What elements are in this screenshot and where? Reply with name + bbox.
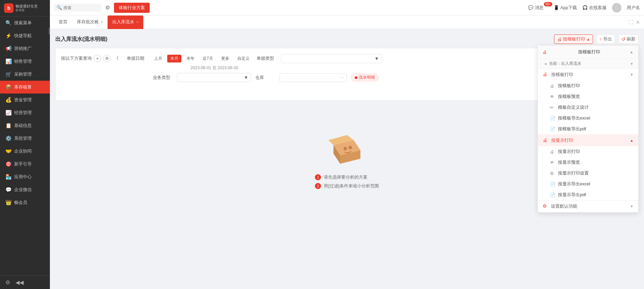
date-tab-7days[interactable]: 近7天 [200, 55, 216, 62]
sidebar-item-system[interactable]: ⚙️ 系统管理 [0, 132, 50, 145]
svg-point-4 [344, 147, 347, 150]
template-print-section-header[interactable]: 🖨 按模板打印 ▼ [538, 69, 638, 80]
collapse-icon[interactable]: ◀◀ [16, 279, 24, 286]
print-template-button[interactable]: 🖨 按模板打印 ▲ [554, 34, 593, 44]
sidebar-item-marketing[interactable]: 📢 营销推广 [0, 42, 50, 55]
settings-icon[interactable]: ⚙ [5, 279, 10, 286]
date-tab-this-year[interactable]: 本年 [183, 55, 198, 62]
industry-solution-button[interactable]: 体验行业方案 [114, 3, 150, 13]
money-icon: 💰 [5, 97, 11, 103]
filter-collapse-button[interactable]: 《 [113, 55, 120, 62]
topbar-right: 💬 消息 99+ 📱 App下载 🎧 在线客服 用户名 [528, 3, 640, 12]
search-small-icon: 🔍 [57, 5, 62, 10]
default-section-chevron: ▼ [630, 204, 634, 208]
export-button[interactable]: ↑ 导出 [596, 34, 615, 44]
sidebar-item-collab[interactable]: 🤝 企业协同 [0, 145, 50, 158]
item-display-excel-icon: 📄 [550, 182, 555, 187]
tab-maximize-icon[interactable]: ⛶ [628, 20, 633, 25]
dropdown-item-template-preview[interactable]: 👁 按模板预览 [538, 91, 638, 102]
online-service-button[interactable]: 🎧 在线客服 [582, 5, 607, 11]
dropdown-item-display-excel[interactable]: 📄 按显示导出excel [538, 179, 638, 189]
tab-batch[interactable]: 库存批次账 × [72, 16, 108, 29]
date-tab-last-month[interactable]: 上月 [151, 55, 165, 62]
tab-batch-close[interactable]: × [101, 20, 103, 24]
sidebar-item-appstore[interactable]: 🏪 应用中心 [0, 170, 50, 183]
page-title: 出入库流水(流水明细) [55, 36, 108, 43]
sidebar: b 畅捷通好生意 标准版 🔍 搜索菜单 ⚡ 快捷导航 📢 营销推广 📊 销售管理… [0, 0, 50, 289]
dropdown-printer-icon: 🖨 [543, 50, 547, 55]
filter-tag-dot [355, 76, 357, 79]
dropdown-item-display-settings[interactable]: ⚙ 按显示打印设置 [538, 168, 638, 179]
sidebar-item-guide[interactable]: 🎯 新手引导 [0, 158, 50, 170]
warehouse-select[interactable]: ··· [280, 73, 347, 82]
date-tab-this-month[interactable]: 本月 [167, 55, 181, 62]
tab-close-all-icon[interactable]: ✕ [636, 20, 640, 25]
chart-icon: 📊 [5, 58, 11, 64]
message-button[interactable]: 💬 消息 99+ [528, 5, 548, 11]
display-print-section-header[interactable]: 🖨 按显示打印 ▲ [538, 135, 638, 146]
sidebar-item-sales[interactable]: 📊 销售管理 [0, 55, 50, 68]
default-gear-icon: ⚙ [543, 203, 547, 209]
sidebar-item-search[interactable]: 🔍 搜索菜单 [0, 17, 50, 29]
step-2-num: 2 [315, 183, 321, 189]
refresh-button[interactable]: ↺ 刷新 [618, 34, 639, 44]
display-print-section: 🖨 按显示打印 ▲ 🖨 按显示打印 👁 按显示预览 [538, 135, 638, 201]
user-avatar[interactable] [612, 3, 621, 12]
current-chevron-icon: ▼ [630, 62, 634, 66]
topbar-gear-icon[interactable]: ⚙ [104, 3, 111, 12]
dropdown-item-template-excel[interactable]: 📄 按模板导出excel [538, 113, 638, 124]
sidebar-item-finance[interactable]: 💰 资金管理 [0, 94, 50, 106]
item-excel-icon: 📄 [550, 116, 555, 121]
user-name: 用户名 [627, 5, 640, 11]
current-indicator-icon: ● [545, 61, 547, 66]
tab-home[interactable]: 首页 [54, 16, 72, 29]
sidebar-item-member[interactable]: 👑 畅会员 [0, 196, 50, 209]
search-input[interactable] [63, 5, 97, 10]
tabs-bar: 首页 库存批次账 × 出入库流水 × ⛶ ✕ [50, 16, 644, 29]
tab-flow-close[interactable]: × [136, 20, 138, 24]
app-download-button[interactable]: 📱 App下载 [554, 5, 577, 11]
sidebar-nav: 🔍 搜索菜单 ⚡ 快捷导航 📢 营销推广 📊 销售管理 🛒 采购管理 📦 库存核… [0, 17, 50, 275]
date-label: 单据日期 [127, 55, 147, 61]
gear-icon: ⚙️ [5, 135, 11, 141]
dropdown-item-display-pdf[interactable]: 📄 按显示导出pdf [538, 189, 638, 200]
empty-box-svg [327, 132, 367, 169]
topbar-search-box[interactable]: 🔍 [54, 4, 101, 11]
dropdown-item-display-print[interactable]: 🖨 按显示打印 [538, 146, 638, 157]
dropdown-item-template-print[interactable]: 🖨 按模板打印 [538, 80, 638, 91]
warehouse-select-area: ··· [280, 73, 347, 82]
dropdown-item-template-design[interactable]: ✏ 模板自定义设计 [538, 102, 638, 113]
sidebar-item-wechat[interactable]: 💬 企业微信 [0, 183, 50, 196]
biz-type-select[interactable]: ▼ [177, 73, 251, 82]
doc-type-select[interactable]: ▼ [281, 54, 382, 63]
tab-flow[interactable]: 出入库流水 × [108, 16, 143, 29]
date-tab-more[interactable]: 更多 [218, 55, 232, 62]
sidebar-item-shortcut[interactable]: ⚡ 快捷导航 [0, 29, 50, 42]
dropdown-item-template-pdf[interactable]: 📄 按模板导出pdf [538, 124, 638, 134]
item-printer-icon: 🖨 [550, 83, 555, 88]
item-display-preview-icon: 👁 [550, 160, 555, 165]
set-default-section-header[interactable]: ⚙ 设置默认功能 ▼ [538, 201, 638, 212]
dropdown-collapse-icon[interactable]: ▲ [630, 50, 634, 54]
sidebar-logo: b 畅捷通好生意 标准版 [0, 0, 50, 17]
sidebar-item-operation[interactable]: 📈 经营管理 [0, 106, 50, 119]
refresh-icon: ↺ [621, 36, 625, 42]
tabs-actions: ⛶ ✕ [628, 20, 640, 25]
flash-icon: ⚡ [5, 33, 11, 39]
item-pdf-icon: 📄 [550, 127, 555, 132]
empty-steps: 1 请先选择要分析的方案 2 用[过滤]条件来缩小分析范围 [315, 174, 379, 189]
date-tab-custom[interactable]: 自定义 [234, 55, 253, 62]
dropdown-item-display-preview[interactable]: 👁 按显示预览 [538, 157, 638, 168]
sidebar-item-basic[interactable]: 📋 基础信息 [0, 119, 50, 132]
template-printer-icon: 🖨 [543, 72, 547, 77]
filter-add-button[interactable]: + [94, 55, 101, 62]
sidebar-item-inventory[interactable]: 📦 库存核算 [0, 81, 50, 94]
item-display-settings-icon: ⚙ [550, 171, 555, 176]
handshake-icon: 🤝 [5, 148, 11, 154]
filter-gear-button[interactable]: ⚙ [103, 55, 111, 62]
sidebar-item-purchase[interactable]: 🛒 采购管理 [0, 68, 50, 81]
cart-icon: 🛒 [5, 71, 11, 77]
app-logo-icon: b [4, 3, 13, 13]
phone-icon: 📱 [554, 5, 559, 10]
item-display-pdf-icon: 📄 [550, 192, 555, 198]
